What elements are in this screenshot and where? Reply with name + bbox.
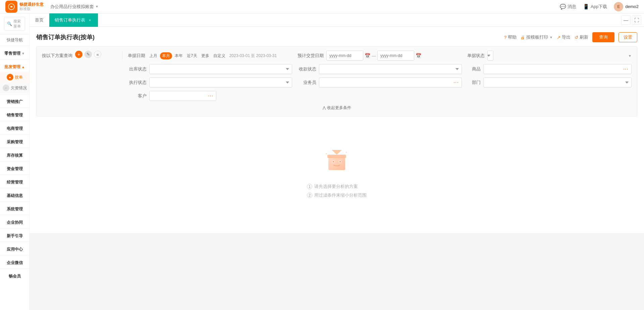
svg-point-5 — [333, 161, 334, 162]
expected-date-group: 预计交货日期 📅 — 📅 — [298, 51, 462, 61]
sidebar-item-business[interactable]: 经营管理 — [0, 177, 29, 187]
goods-input[interactable]: ··· — [483, 64, 632, 74]
sidebar-item-finance[interactable]: 资金管理 — [0, 164, 29, 174]
top-bar-left: 畅捷通好生意 标准版 办公用品行业模拟账套 ▼ — [5, 1, 99, 13]
sidebar-item-wechat[interactable]: 企业微信 — [0, 258, 29, 268]
edit-scheme-button[interactable]: ✎ — [85, 51, 92, 58]
sidebar-item-by-order[interactable]: ● 按单 — [0, 72, 29, 83]
sidebar-section-newuser: 新手引导 — [0, 228, 29, 242]
print-button[interactable]: 🖨 按模板打印 ▼ — [521, 34, 553, 40]
sidebar-item-marketing[interactable]: 营销推广 — [0, 97, 29, 107]
export-button[interactable]: ↗ 导出 — [557, 34, 571, 40]
chevron-icon-retail: ▼ — [21, 52, 25, 55]
date-tab-this-month[interactable]: 本月 — [160, 52, 172, 59]
dept-select[interactable] — [483, 78, 632, 88]
customer-input[interactable]: ··· — [149, 91, 216, 101]
tab-home[interactable]: 首页 — [30, 13, 49, 27]
sidebar-item-quick-nav[interactable]: 快捷导航 — [0, 35, 29, 46]
sidebar-item-newuser[interactable]: 新手引导 — [0, 231, 29, 241]
content-area: 首页 销售订单执行表 × — ⛶ 销售订单执行表(按单) — [30, 13, 644, 310]
customer-filter-group: 客户 ··· — [128, 91, 216, 101]
svg-text:✦: ✦ — [343, 166, 345, 169]
date-label: 单据日期 — [128, 53, 145, 59]
date-tab-more[interactable]: 更多 — [200, 52, 211, 59]
minimize-icon: — — [624, 17, 628, 23]
tab-minimize-button[interactable]: — — [621, 15, 631, 25]
empty-tip-2: 2 用过滤条件来缩小分析范围 — [307, 192, 367, 198]
sidebar-section-wechat: 企业微信 — [0, 255, 29, 268]
debt-indicator: ○ — [3, 85, 9, 91]
expected-date-end[interactable] — [377, 51, 414, 61]
sidebar-section-appcenter: 应用中心 — [0, 242, 29, 255]
expected-date-range: 📅 — 📅 — [326, 51, 421, 61]
sidebar-item-inventory[interactable]: 库存核算 — [0, 151, 29, 160]
top-bar: 畅捷通好生意 标准版 办公用品行业模拟账套 ▼ 💬 消息 📱 App下载 E d… — [0, 0, 644, 13]
filter-row-1: 按以下方案查询 + ✎ « 单据日期 上月 — [42, 51, 632, 61]
tab-sales-order[interactable]: 销售订单执行表 × — [49, 13, 98, 27]
sidebar-section-ecommerce: 电商管理 — [0, 121, 29, 134]
date-tab-last-month[interactable]: 上月 — [148, 52, 159, 59]
sidebar-item-appcenter[interactable]: 应用中心 — [0, 245, 29, 254]
tab-expand-button[interactable]: ⛶ — [632, 15, 641, 25]
sidebar-item-ecommerce[interactable]: 电商管理 — [0, 124, 29, 134]
salesman-input[interactable]: ··· — [319, 78, 462, 88]
customer-dots-icon: ··· — [208, 93, 213, 99]
collapse-scheme-button[interactable]: « — [94, 51, 101, 58]
salesman-filter-group: 业务员 ··· — [298, 78, 462, 88]
message-button[interactable]: 💬 消息 — [560, 4, 576, 10]
help-icon: ? — [504, 35, 506, 40]
exec-select[interactable] — [149, 78, 292, 88]
sidebar-item-retail[interactable]: 零售管理 ▼ — [0, 49, 29, 58]
app-name-dropdown[interactable]: 办公用品行业模拟账套 ▼ — [50, 4, 99, 10]
sidebar-item-system[interactable]: 系统管理 — [0, 204, 29, 214]
setting-button[interactable]: 设置 — [619, 32, 637, 42]
app-download-button[interactable]: 📱 App下载 — [583, 4, 607, 10]
date-tabs: 上月 本月 本年 近7天 更多 自定义 — [148, 52, 227, 59]
page-inner: 销售订单执行表(按单) ? 帮助 🖨 按模板打印 ▼ ↗ — [30, 27, 644, 233]
sidebar-item-debt[interactable]: ○ 欠资情况 — [0, 83, 29, 93]
cal-icon-1[interactable]: 📅 — [365, 53, 370, 58]
shipment-select[interactable] — [149, 64, 292, 74]
payment-select[interactable] — [319, 64, 462, 74]
status-select[interactable] — [487, 51, 493, 61]
tab-close-icon[interactable]: × — [87, 17, 93, 23]
status-label: 单据状态 — [467, 53, 485, 59]
cal-icon-2[interactable]: 📅 — [416, 53, 421, 58]
date-tab-this-year[interactable]: 本年 — [173, 52, 184, 59]
wholesale-submenu: ● 按单 ○ 欠资情况 — [0, 72, 29, 93]
date-tab-7days[interactable]: 近7天 — [185, 52, 199, 59]
help-button[interactable]: ? 帮助 — [504, 34, 517, 40]
logo-area[interactable]: 畅捷通好生意 标准版 — [5, 1, 44, 13]
sidebar-item-wholesale[interactable]: 批发管理 ▲ — [0, 62, 29, 72]
svg-rect-1 — [328, 157, 345, 170]
sidebar-section-purchase: 采购管理 — [0, 134, 29, 148]
shipment-label: 出库状态 — [128, 66, 147, 72]
refresh-icon: ↺ — [575, 35, 578, 40]
user-info[interactable]: E demo2 — [614, 2, 639, 11]
sidebar-item-sales[interactable]: 销售管理 — [0, 110, 29, 120]
shipment-filter-group: 出库状态 — [128, 64, 292, 74]
logo-text: 畅捷通好生意 标准版 — [19, 2, 44, 11]
dept-label: 部门 — [467, 80, 481, 86]
date-tab-custom[interactable]: 自定义 — [212, 52, 227, 59]
search-menu-area[interactable]: 🔍 搜索菜单 — [0, 13, 29, 35]
expected-date-start[interactable] — [326, 51, 363, 61]
scheme-actions: + ✎ « — [75, 51, 101, 58]
search-menu-button[interactable]: 🔍 搜索菜单 — [4, 17, 25, 31]
page-title: 销售订单执行表(按单) — [36, 33, 95, 41]
sidebar-item-basicinfo[interactable]: 基础信息 — [0, 191, 29, 201]
sidebar-item-purchase[interactable]: 采购管理 — [0, 137, 29, 147]
sidebar-item-member[interactable]: 畅会员 — [0, 271, 29, 281]
collapse-button[interactable]: ⋀ 收起更多条件 — [42, 104, 632, 112]
download-icon: 📱 — [583, 4, 589, 10]
search-button[interactable]: 查询 — [592, 32, 614, 42]
logo-svg — [8, 3, 15, 10]
filter-row-2: 出库状态 收款状态 — [128, 64, 632, 74]
add-scheme-button[interactable]: + — [75, 51, 83, 58]
sidebar-item-cooperation[interactable]: 企业协同 — [0, 218, 29, 227]
goods-dots-icon: ··· — [623, 66, 629, 72]
salesman-label: 业务员 — [298, 80, 316, 86]
goods-label: 商品 — [467, 66, 481, 72]
refresh-button[interactable]: ↺ 刷新 — [575, 34, 588, 40]
sidebar-section-system: 系统管理 — [0, 201, 29, 215]
